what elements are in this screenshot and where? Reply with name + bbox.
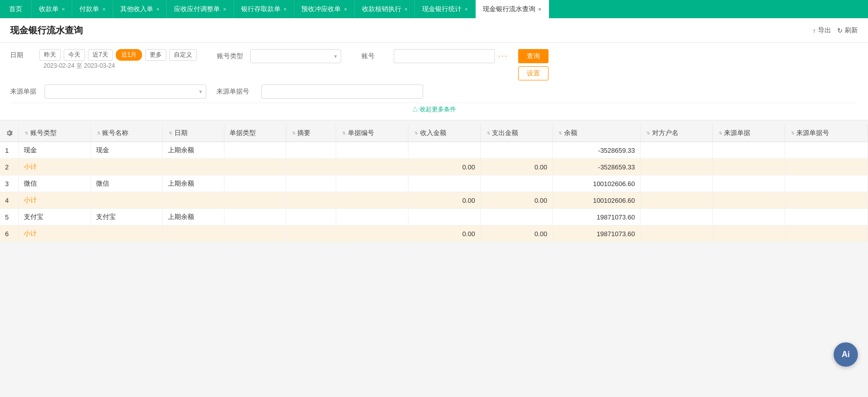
cell-source-doc-no [785,175,867,192]
th-account-type[interactable]: ⇅ 账号类型 [19,124,91,142]
row-number: 4 [0,192,19,209]
cell-summary [286,159,336,175]
cell-counterpart [641,226,713,242]
th-date[interactable]: ⇅ 日期 [163,124,224,142]
cell-income [408,142,480,159]
row-number: 6 [0,226,19,242]
cell-date: 上期余额 [163,142,224,159]
nav-tab-other-income[interactable]: 其他收入单 × [113,0,167,18]
query-button[interactable]: 查询 [518,49,549,63]
th-summary[interactable]: ⇅ 摘要 [286,124,336,142]
close-icon[interactable]: × [156,6,159,12]
account-input[interactable] [394,49,495,63]
nav-tab-payment[interactable]: 付款单 × [72,0,113,18]
close-icon[interactable]: × [404,6,407,12]
export-button[interactable]: ↑ 导出 [813,26,832,35]
cell-summary [286,142,336,159]
table-body: 1现金现金上期余额-3528659.332小计0.000.00-3528659.… [0,142,868,242]
cell-account-name: 微信 [90,175,163,192]
cell-doc-type [224,226,286,242]
date-btn-1month[interactable]: 近1月 [116,49,143,61]
nav-tab-home[interactable]: 首页 [0,0,32,18]
close-icon[interactable]: × [465,6,468,12]
source-doc-select[interactable] [44,84,206,99]
table-row: 6小计0.000.0019871073.60 [0,226,868,242]
cell-summary [286,192,336,209]
account-type-label: 账号类型 [217,52,243,61]
cell-expense: 0.00 [480,192,553,209]
cell-source-doc [712,209,785,226]
source-doc-no-input[interactable] [261,84,423,99]
source-doc-select-wrapper [44,84,206,99]
date-btn-7days[interactable]: 近7天 [88,49,113,61]
cell-summary [286,209,336,226]
date-btn-custom[interactable]: 自定义 [169,49,197,61]
cell-balance: 19871073.60 [553,209,641,226]
cell-summary [286,175,336,192]
table-area: ⇅ 账号类型 ⇅ 账号名称 ⇅ 日期 单据类型 ⇅ 摘要 [0,124,868,242]
cell-account-type: 小计 [19,192,91,209]
filter-area: 日期 昨天 今天 近7天 近1月 更多 自定义 2023-02-24 至 202… [0,43,868,120]
collapse-bar[interactable]: △ 收起更多条件 [10,103,858,116]
account-label: 账号 [361,52,387,61]
account-type-select[interactable]: 现金 银行 微信 支付宝 [250,49,341,63]
cell-date: 上期余额 [163,175,224,192]
cell-expense [480,175,553,192]
table-row: 1现金现金上期余额-3528659.33 [0,142,868,159]
th-account-name[interactable]: ⇅ 账号名称 [90,124,163,142]
table-row: 2小计0.000.00-3528659.33 [0,159,868,175]
th-gear[interactable] [0,124,19,142]
date-btn-yesterday[interactable]: 昨天 [39,49,61,61]
cell-balance: -3528659.33 [553,159,641,175]
th-income[interactable]: ⇅ 收入金额 [408,124,480,142]
cell-doc-no [336,226,408,242]
cell-account-type: 现金 [19,142,91,159]
th-balance[interactable]: ⇅ 余额 [553,124,641,142]
cell-date [163,226,224,242]
nav-tab-bank-deposit[interactable]: 银行存取款单 × [234,0,294,18]
cell-expense: 0.00 [480,159,553,175]
th-counterpart[interactable]: ⇅ 对方户名 [641,124,713,142]
cell-source-doc-no [785,209,867,226]
cell-account-name: 现金 [90,142,163,159]
nav-tab-receipt[interactable]: 收款单 × [32,0,72,18]
th-expense[interactable]: ⇅ 支出金额 [480,124,553,142]
th-source-doc[interactable]: ⇅ 来源单据 [712,124,785,142]
date-btn-today[interactable]: 今天 [64,49,85,61]
nav-tab-cash-stats[interactable]: 现金银行统计 × [415,0,475,18]
date-label: 日期 [10,51,35,60]
cell-account-type: 小计 [19,159,91,175]
nav-tab-cash-flow[interactable]: 现金银行流水查询 × [476,0,549,18]
close-icon[interactable]: × [62,6,65,12]
close-icon[interactable]: × [102,6,105,12]
close-icon[interactable]: × [284,6,287,12]
cell-doc-type [224,192,286,209]
table-row: 4小计0.000.00100102606.60 [0,192,868,209]
gear-icon [5,129,13,137]
cell-source-doc-no [785,226,867,242]
cell-counterpart [641,209,713,226]
nav-tab-collection[interactable]: 收款核销执行 × [355,0,415,18]
th-doc-type[interactable]: 单据类型 [224,124,286,142]
cell-date [163,159,224,175]
cell-source-doc-no [785,159,867,175]
nav-tab-prepayment[interactable]: 预收冲应收单 × [294,0,354,18]
close-icon[interactable]: × [538,6,541,12]
th-doc-no[interactable]: ⇅ 单据编号 [336,124,408,142]
data-table: ⇅ 账号类型 ⇅ 账号名称 ⇅ 日期 单据类型 ⇅ 摘要 [0,124,868,242]
nav-tab-ar-ap-adjust[interactable]: 应收应付调整单 × [167,0,234,18]
close-icon[interactable]: × [223,6,226,12]
cell-doc-no [336,209,408,226]
account-picker-button[interactable]: ··· [498,52,508,61]
date-btn-more[interactable]: 更多 [145,49,166,61]
refresh-button[interactable]: ↻ 刷新 [837,26,858,35]
setting-button[interactable]: 设置 [518,66,549,80]
th-source-doc-no[interactable]: ⇅ 来源单据号 [785,124,867,142]
table-row: 3微信微信上期余额100102606.60 [0,175,868,192]
cell-expense: 0.00 [480,226,553,242]
close-icon[interactable]: × [344,6,347,12]
source-doc-label: 来源单据 [10,87,40,96]
cell-source-doc [712,192,785,209]
cell-doc-type [224,209,286,226]
cell-source-doc [712,175,785,192]
